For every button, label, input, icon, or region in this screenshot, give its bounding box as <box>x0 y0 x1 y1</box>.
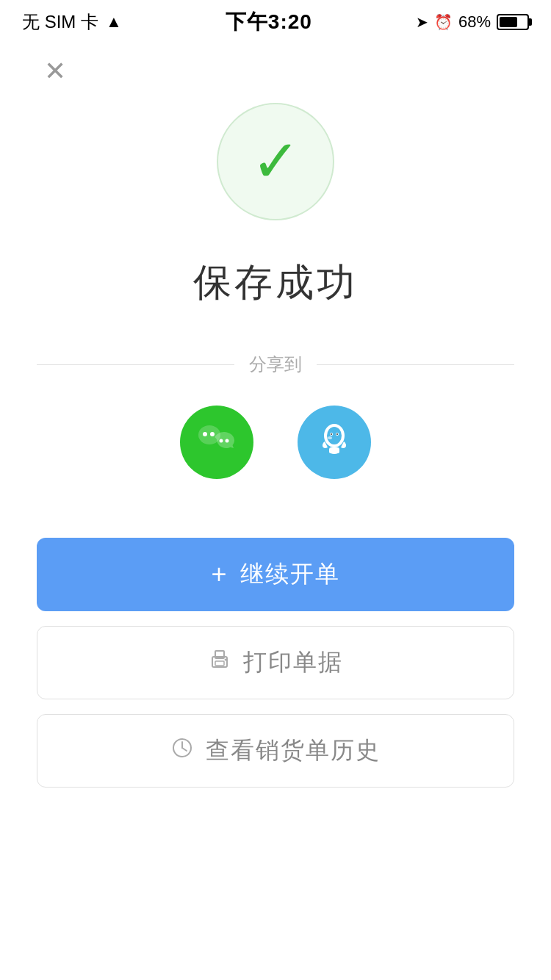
printer-icon <box>208 648 231 677</box>
print-button[interactable]: 打印单据 <box>37 626 514 699</box>
qq-share-button[interactable] <box>298 406 371 479</box>
svg-point-2 <box>210 432 215 436</box>
wifi-icon: ▲ <box>106 12 122 32</box>
status-left: 无 SIM 卡 ▲ <box>22 10 122 34</box>
battery-percent: 68% <box>458 12 491 32</box>
wechat-share-button[interactable] <box>180 406 253 479</box>
svg-point-10 <box>336 433 338 435</box>
svg-rect-13 <box>329 447 339 453</box>
checkmark-icon: ✓ <box>251 132 300 191</box>
share-label: 分享到 <box>249 353 302 376</box>
battery-icon <box>497 14 529 30</box>
divider-right <box>317 364 514 365</box>
status-time: 下午3:20 <box>226 8 312 36</box>
close-button[interactable]: ✕ <box>37 53 73 90</box>
svg-line-20 <box>182 748 187 751</box>
share-divider: 分享到 <box>37 353 514 376</box>
wechat-icon <box>197 423 237 461</box>
history-button[interactable]: 查看销货单历史 <box>37 714 514 788</box>
history-icon <box>170 736 194 765</box>
continue-label: 继续开单 <box>240 558 340 591</box>
close-icon: ✕ <box>44 58 66 84</box>
svg-point-11 <box>328 436 332 439</box>
no-sim-label: 无 SIM 卡 <box>22 10 98 34</box>
success-title: 保存成功 <box>193 257 358 309</box>
svg-point-3 <box>220 439 223 443</box>
status-right: ➤ ⏰ 68% <box>416 12 529 32</box>
svg-point-4 <box>226 439 229 443</box>
status-bar: 无 SIM 卡 ▲ 下午3:20 ➤ ⏰ 68% <box>0 0 551 44</box>
main-content: ✓ 保存成功 分享到 <box>0 44 551 788</box>
share-icons-container <box>37 406 514 479</box>
location-icon: ➤ <box>416 13 428 31</box>
plus-icon: + <box>211 559 228 590</box>
qq-icon <box>314 419 354 465</box>
success-circle: ✓ <box>217 103 334 220</box>
divider-left <box>37 364 234 365</box>
svg-point-1 <box>203 432 207 436</box>
share-section: 分享到 <box>0 353 551 479</box>
print-label: 打印单据 <box>243 646 343 679</box>
continue-button[interactable]: + 继续开单 <box>37 538 514 611</box>
svg-rect-16 <box>215 661 224 666</box>
svg-point-9 <box>331 433 332 435</box>
history-label: 查看销货单历史 <box>206 735 381 767</box>
svg-point-6 <box>327 427 342 444</box>
alarm-icon: ⏰ <box>434 13 453 31</box>
action-buttons: + 继续开单 打印单据 查看销货单历史 <box>0 538 551 788</box>
svg-point-17 <box>225 659 227 661</box>
